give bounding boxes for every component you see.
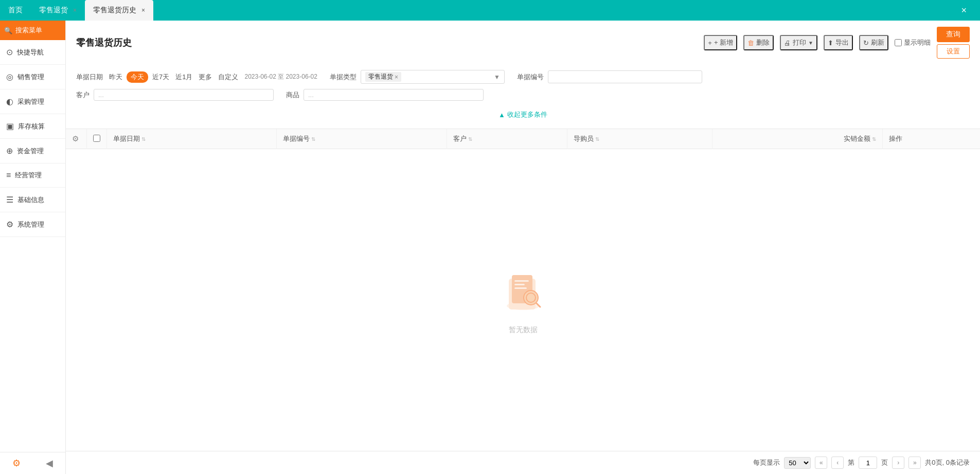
basic-info-icon: ☰	[6, 195, 13, 205]
date-opt-custom[interactable]: 自定义	[216, 71, 240, 83]
sidebar-item-sales[interactable]: ◎ 销售管理	[0, 65, 65, 89]
tab-retail-return[interactable]: 零售退货 ×	[31, 0, 85, 21]
sidebar: 🔍 搜索菜单 ⊙ 快捷导航 ◎ 销售管理 ◐ 采购管理 ▣ 库存核算 ⊕ 资金管	[0, 21, 66, 474]
goods-filter: 商品 ...	[286, 89, 484, 101]
customer-select[interactable]: ...	[94, 89, 274, 101]
total-info: 共0页, 0条记录	[925, 458, 970, 467]
system-icon: ⚙	[6, 220, 13, 229]
date-opt-today[interactable]: 今天	[127, 71, 148, 83]
tab-retail-return-close[interactable]: ×	[73, 7, 77, 14]
refresh-button[interactable]: ↻ 刷新	[859, 35, 888, 50]
voucher-type-tag-remove[interactable]: ×	[395, 74, 398, 81]
export-button[interactable]: ⬆ 导出	[824, 35, 853, 50]
query-button[interactable]: 查询	[937, 27, 970, 42]
th-action: 操作	[882, 129, 980, 149]
export-icon: ⬆	[828, 39, 833, 47]
voucher-no-filter: 单据编号	[517, 70, 702, 83]
show-detail-toggle[interactable]: 显示明细	[895, 38, 931, 47]
print-button[interactable]: 🖨 打印 ▼	[780, 35, 817, 50]
sidebar-item-sales-label: 销售管理	[17, 72, 44, 82]
tab-retail-return-history-close[interactable]: ×	[141, 7, 145, 14]
sidebar-item-quick-nav[interactable]: ⊙ 快捷导航	[0, 40, 65, 65]
add-icon: +	[708, 39, 712, 47]
filter-area: 单据日期 昨天 今天 近7天 近1月 更多 自定义 2023-06-02 至 2…	[76, 65, 970, 129]
content-area: 零售退货历史 + + 新增 🗑 删除 🖨 打印 ▼	[66, 21, 980, 474]
delete-button[interactable]: 🗑 删除	[743, 35, 774, 50]
goods-select[interactable]: ...	[304, 89, 484, 101]
svg-rect-4	[514, 284, 525, 285]
date-filter: 单据日期 昨天 今天 近7天 近1月 更多 自定义 2023-06-02 至 2…	[76, 71, 317, 83]
next-page-btn[interactable]: ›	[892, 457, 904, 469]
sidebar-menu: ⊙ 快捷导航 ◎ 销售管理 ◐ 采购管理 ▣ 库存核算 ⊕ 资金管理 ≡ 经营管…	[0, 40, 65, 452]
sidebar-search-label: 搜索菜单	[15, 26, 42, 35]
date-options: 昨天 今天 近7天 近1月 更多 自定义	[107, 71, 240, 83]
goods-filter-label: 商品	[286, 90, 299, 100]
sidebar-item-system[interactable]: ⚙ 系统管理	[0, 212, 65, 237]
voucher-type-arrow-icon: ▼	[494, 74, 500, 81]
prev-page-btn[interactable]: ‹	[831, 457, 844, 469]
goods-placeholder: ...	[308, 91, 314, 99]
first-page-btn[interactable]: «	[815, 457, 827, 469]
sort-voucher-no-icon[interactable]: ⇅	[311, 136, 315, 142]
customer-filter-label: 客户	[76, 90, 90, 100]
sidebar-item-system-label: 系统管理	[17, 220, 44, 229]
sales-icon: ◎	[6, 72, 13, 82]
select-all-checkbox[interactable]	[93, 135, 100, 142]
sidebar-item-inventory-label: 库存核算	[18, 122, 45, 131]
page-label: 第	[848, 458, 854, 467]
pagination: 每页显示 10 20 50 100 « ‹ 第 页 › » 共0页, 0条记录	[66, 451, 980, 474]
purchase-icon: ◐	[6, 97, 13, 106]
window-close-btn[interactable]: ×	[956, 5, 972, 16]
tab-home[interactable]: 首页	[0, 0, 31, 21]
sidebar-item-operation-label: 经营管理	[15, 171, 42, 180]
current-page-input[interactable]	[859, 457, 877, 469]
voucher-type-select[interactable]: 零售退货 × ▼	[361, 70, 505, 84]
th-amount: 实销金额⇅	[712, 129, 882, 149]
sidebar-item-operation[interactable]: ≡ 经营管理	[0, 163, 65, 188]
page-header-top: 零售退货历史 + + 新增 🗑 删除 🖨 打印 ▼	[76, 27, 970, 59]
sidebar-item-inventory[interactable]: ▣ 库存核算	[0, 114, 65, 139]
collapse-filter-btn[interactable]: ▲ 收起更多条件	[498, 108, 547, 123]
table-settings-icon[interactable]: ⚙	[72, 134, 79, 143]
th-guide: 导购员⇅	[567, 129, 712, 149]
sort-guide-icon[interactable]: ⇅	[595, 136, 599, 142]
date-opt-more[interactable]: 更多	[197, 71, 214, 83]
empty-text: 暂无数据	[509, 325, 538, 335]
sidebar-collapse-icon[interactable]: ◀	[46, 458, 53, 469]
svg-rect-5	[514, 287, 527, 289]
sidebar-item-purchase[interactable]: ◐ 采购管理	[0, 89, 65, 114]
date-opt-yesterday[interactable]: 昨天	[107, 71, 124, 83]
sort-date-icon[interactable]: ⇅	[141, 136, 146, 142]
finance-icon: ⊕	[6, 146, 13, 156]
delete-icon: 🗑	[747, 39, 754, 47]
tab-retail-return-history[interactable]: 零售退货历史 ×	[85, 0, 153, 21]
sidebar-search[interactable]: 🔍 搜索菜单	[0, 21, 65, 40]
th-settings: ⚙	[66, 129, 86, 149]
sidebar-item-finance[interactable]: ⊕ 资金管理	[0, 139, 65, 163]
voucher-no-input[interactable]	[548, 70, 702, 83]
refresh-icon: ↻	[863, 39, 869, 47]
per-page-select[interactable]: 10 20 50 100	[784, 457, 811, 469]
page-actions: + + 新增 🗑 删除 🖨 打印 ▼ ⬆ 导出	[704, 27, 970, 59]
sidebar-item-basic-info[interactable]: ☰ 基础信息	[0, 188, 65, 212]
date-opt-7days[interactable]: 近7天	[150, 71, 171, 83]
add-button[interactable]: + + 新增	[704, 35, 737, 50]
last-page-btn[interactable]: »	[908, 457, 921, 469]
sidebar-settings-icon[interactable]: ⚙	[12, 458, 21, 469]
setting-button[interactable]: 设置	[937, 44, 970, 59]
table-header: ⚙ 单据日期⇅ 单据编号⇅ 客	[66, 129, 980, 149]
show-detail-checkbox[interactable]	[895, 39, 902, 46]
empty-icon	[497, 266, 549, 317]
voucher-type-label: 单据类型	[330, 72, 357, 82]
th-checkbox	[86, 129, 106, 149]
th-voucher-no: 单据编号⇅	[277, 129, 447, 149]
sort-amount-icon[interactable]: ⇅	[872, 136, 876, 142]
date-filter-label: 单据日期	[76, 72, 103, 82]
top-bar: 首页 零售退货 × 零售退货历史 × ×	[0, 0, 980, 21]
operation-icon: ≡	[6, 171, 11, 180]
collapse-btn-label: 收起更多条件	[507, 110, 547, 119]
date-opt-1month[interactable]: 近1月	[173, 71, 194, 83]
page-title: 零售退货历史	[76, 37, 132, 49]
sort-customer-icon[interactable]: ⇅	[468, 136, 472, 142]
voucher-type-filter: 单据类型 零售退货 × ▼	[330, 70, 505, 84]
